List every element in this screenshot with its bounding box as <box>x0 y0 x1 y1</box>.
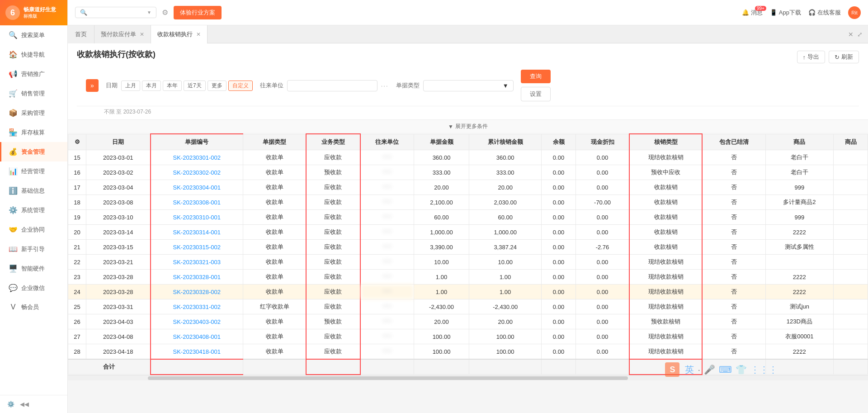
bill-no-link[interactable]: SK-20230331-002 <box>173 304 221 310</box>
date-range-display: 不限 至 2023-07-26 <box>77 106 859 119</box>
operation-icon: 📊 <box>9 167 18 176</box>
cell-num: 15 <box>68 150 86 165</box>
notification-icon: 🔔 <box>742 9 749 16</box>
cell-cancel-type: 现结收款核销 <box>629 344 702 360</box>
sidebar-item-operation[interactable]: 📊 经营管理 <box>0 161 67 181</box>
sidebar-item-member[interactable]: V 畅会员 <box>0 298 67 317</box>
purchase-icon: 📦 <box>9 109 18 117</box>
sidebar-item-system[interactable]: ⚙️ 系统管理 <box>0 200 67 220</box>
cell-counterparty: **** <box>360 314 414 329</box>
col-date-header: 日期 <box>86 134 151 150</box>
cell-date: 2023-03-01 <box>86 150 151 165</box>
user-avatar[interactable]: Rit <box>848 6 861 19</box>
cell-bill-no: SK-20230321-003 <box>151 255 243 270</box>
cell-product: 999 <box>765 180 833 195</box>
tab-prepayment[interactable]: 预付款应付单 ✕ <box>94 25 151 43</box>
sidebar-item-enterprise[interactable]: 🤝 企业协同 <box>0 220 67 239</box>
date-btn-more[interactable]: 更多 <box>208 81 226 91</box>
collapse-icon[interactable]: ◀◀ <box>20 401 29 408</box>
sidebar-item-search[interactable]: 🔍 搜索菜单 <box>0 25 67 45</box>
bill-type-select[interactable]: ▼ <box>423 80 514 91</box>
table-row: 19 2023-03-10 SK-20230310-001 收款单 应收款 **… <box>68 210 868 225</box>
sidebar-item-sales[interactable]: 🛒 销售管理 <box>0 84 67 103</box>
cell-date: 2023-03-31 <box>86 299 151 314</box>
topbar-search-input[interactable] <box>90 9 144 16</box>
sidebar-item-finance[interactable]: 💰 资金管理 <box>0 142 67 161</box>
refresh-button[interactable]: ↻ 刷新 <box>829 51 859 63</box>
sidebar-item-basic[interactable]: ℹ️ 基础信息 <box>0 181 67 200</box>
date-btn-custom[interactable]: 自定义 <box>228 81 253 91</box>
bill-no-link[interactable]: SK-20230408-001 <box>173 333 221 340</box>
bill-no-link[interactable]: SK-20230310-001 <box>173 214 221 221</box>
col-settings-header[interactable]: ⚙ <box>68 134 86 150</box>
bill-no-link[interactable]: SK-20230314-001 <box>173 229 221 236</box>
sidebar-item-inventory[interactable]: 🏪 库存核算 <box>0 123 67 142</box>
bill-no-link[interactable]: SK-20230301-002 <box>173 154 221 161</box>
online-service-btn[interactable]: 🎧 在线客服 <box>808 9 841 17</box>
counterparty-input[interactable] <box>287 80 377 91</box>
date-btn-this-year[interactable]: 本年 <box>163 81 182 91</box>
bill-no-link[interactable]: SK-20230308-001 <box>173 199 221 206</box>
cell-product: 2222 <box>765 270 833 285</box>
topbar-search-box[interactable]: 🔍 ▼ <box>75 7 156 18</box>
date-btn-this-month[interactable]: 本月 <box>142 81 161 91</box>
cell-bill-no: SK-20230308-001 <box>151 195 243 210</box>
sidebar-item-marketing[interactable]: 📢 营销推广 <box>0 64 67 84</box>
tab-close-btn[interactable]: ✕ <box>848 31 854 38</box>
cell-product2 <box>834 314 868 329</box>
sidebar-item-purchase[interactable]: 📦 采购管理 <box>0 103 67 123</box>
tab-close-payment-cancel[interactable]: ✕ <box>196 31 201 38</box>
col-product2-header: 商品 <box>834 134 868 150</box>
topbar: 🔍 ▼ ⚙ 体验行业方案 🔔 消息 99+ 📱 App下载 🎧 在线客服 <box>68 0 868 25</box>
bill-no-link[interactable]: SK-20230315-002 <box>173 244 221 251</box>
sidebar-item-guide[interactable]: 📖 新手引导 <box>0 239 67 259</box>
cell-num: 25 <box>68 299 86 314</box>
app-download-btn[interactable]: 📱 App下载 <box>770 9 801 17</box>
date-btn-last-month[interactable]: 上月 <box>121 81 140 91</box>
cell-num: 24 <box>68 285 86 299</box>
bill-no-link[interactable]: SK-20230321-003 <box>173 259 221 266</box>
marketing-icon: 📢 <box>9 70 18 78</box>
sidebar-item-hardware[interactable]: 🖥️ 智能硬件 <box>0 259 67 278</box>
cell-bill-amount: 360.00 <box>414 150 469 165</box>
export-button[interactable]: ↑ 导出 <box>797 51 826 63</box>
bill-no-link[interactable]: SK-20230304-001 <box>173 184 221 191</box>
notification-btn[interactable]: 🔔 消息 99+ <box>742 9 763 17</box>
topbar-gear-icon[interactable]: ⚙ <box>162 8 168 17</box>
col-cancel-type-header: 核销类型 <box>629 134 702 150</box>
tab-home[interactable]: 首页 <box>68 25 94 43</box>
date-btn-last-7days[interactable]: 近7天 <box>184 81 206 91</box>
tab-payment-cancel[interactable]: 收款核销执行 ✕ <box>151 25 208 43</box>
bill-no-link[interactable]: SK-20230328-002 <box>173 289 221 295</box>
tab-close-prepayment[interactable]: ✕ <box>140 31 144 38</box>
cell-cancel-type: 现结收款核销 <box>629 329 702 344</box>
settings-footer-icon[interactable]: ⚙️ <box>7 401 14 408</box>
filter-toggle-btn[interactable]: » <box>86 79 99 92</box>
cell-bill-no: SK-20230304-001 <box>151 180 243 195</box>
cell-bill-amount: -2,430.00 <box>414 299 469 314</box>
bill-no-link[interactable]: SK-20230302-002 <box>173 169 221 176</box>
sidebar-item-wechat[interactable]: 💬 企业微信 <box>0 278 67 298</box>
cell-cash-discount: 0.00 <box>576 180 629 195</box>
bill-no-link[interactable]: SK-20230403-002 <box>173 318 221 325</box>
solution-button[interactable]: 体验行业方案 <box>174 6 222 19</box>
cell-num: 20 <box>68 225 86 240</box>
query-button[interactable]: 查询 <box>521 70 551 83</box>
settings-button[interactable]: 设置 <box>521 87 551 101</box>
bill-no-link[interactable]: SK-20230328-001 <box>173 274 221 280</box>
cell-bill-type: 收款单 <box>243 270 307 285</box>
cell-num: 17 <box>68 180 86 195</box>
cell-product2 <box>834 299 868 314</box>
cell-cash-discount: 0.00 <box>576 314 629 329</box>
bill-no-link[interactable]: SK-20230418-001 <box>173 348 221 355</box>
expand-conditions-btn[interactable]: ▼ 展开更多条件 <box>448 123 488 130</box>
cell-include-settled: 否 <box>702 270 765 285</box>
table-row: 26 2023-04-03 SK-20230403-002 收款单 预收款 **… <box>68 314 868 329</box>
cell-bill-type: 收款单 <box>243 314 307 329</box>
tab-expand-btn[interactable]: ⤢ <box>857 31 863 38</box>
scrollbar-thumb[interactable] <box>148 376 628 380</box>
cell-bill-no: SK-20230310-001 <box>151 210 243 225</box>
cell-bill-type: 收款单 <box>243 165 307 180</box>
sidebar-item-quick-nav[interactable]: 🏠 快捷导航 <box>0 45 67 64</box>
cell-total-cancel: 100.00 <box>469 329 542 344</box>
